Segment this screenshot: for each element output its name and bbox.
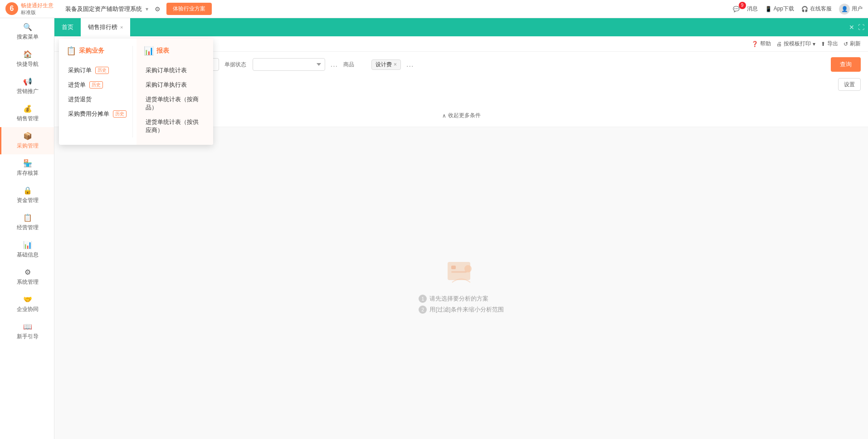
refresh-btn[interactable]: ↺ 刷新 (844, 40, 861, 48)
sidebar-item-capital[interactable]: 🔒 资金管理 (0, 182, 54, 209)
history-badge: 历史 (95, 67, 109, 74)
menu-col-business: 📋 采购业务 采购订单历史进货单历史进货退货采购费用分摊单历史 (66, 46, 129, 138)
report-label: 进货单统计表（按商品） (146, 95, 205, 112)
operations-icon: 📋 (23, 213, 32, 222)
online-service-action[interactable]: 🎧 在线客服 (801, 5, 832, 13)
sidebar-item-inventory[interactable]: 🏪 库存核算 (0, 154, 54, 182)
user-label: 用户 (852, 5, 863, 13)
refresh-label: 刷新 (850, 40, 861, 48)
logo-text: 畅捷通好生意 标准版 (21, 2, 54, 16)
user-action[interactable]: 👤 用户 (839, 4, 863, 15)
basic-icon: 📊 (23, 241, 32, 249)
empty-icon (443, 253, 479, 289)
logo-icon: 6 (5, 2, 18, 15)
report-item-采购订单执行表[interactable]: 采购订单执行表 (144, 78, 206, 92)
marketing-icon: 📢 (23, 77, 32, 86)
voucher-status-more[interactable]: ... (331, 60, 338, 69)
sidebar-item-purchase[interactable]: 📦 采购管理 (0, 127, 54, 154)
reports-icon: 📊 (144, 46, 154, 56)
report-item-进货单统计表（按商品）[interactable]: 进货单统计表（按商品） (144, 92, 206, 115)
tab-close-icon[interactable]: × (120, 25, 123, 30)
business-title-text: 采购业务 (79, 47, 104, 55)
app-download-label: App下载 (774, 5, 794, 13)
sidebar-item-basic[interactable]: 📊 基础信息 (0, 236, 54, 263)
sales-icon: 💰 (23, 104, 32, 113)
voucher-status-label: 单据状态 (224, 61, 247, 69)
help-btn[interactable]: ❓ 帮助 (751, 40, 771, 48)
purchase-label: 采购管理 (17, 142, 39, 150)
sidebar-item-system[interactable]: ⚙ 系统管理 (0, 263, 54, 291)
tab-resize-btn[interactable]: ⛶ (858, 24, 864, 31)
sidebar-item-search[interactable]: 🔍 搜索菜单 (0, 18, 54, 45)
logo-area: 6 畅捷通好生意 标准版 (5, 2, 60, 16)
tab-close-btn[interactable]: ✕ (849, 24, 854, 31)
biz-item-采购订单[interactable]: 采购订单历史 (66, 63, 129, 78)
tip-1-text: 请先选择要分析的方案 (429, 295, 488, 303)
header-center: 装备及固定资产辅助管理系统 ▾ ⚙ 体验行业方案 (60, 3, 733, 15)
report-label: 采购订单统计表 (146, 66, 187, 74)
empty-tip-1: 1 请先选择要分析的方案 (419, 295, 503, 303)
nav-label: 快捷导航 (17, 60, 39, 68)
report-item-进货单统计表（按供应商）[interactable]: 进货单统计表（按供应商） (144, 115, 206, 138)
business-col-title: 📋 采购业务 (66, 46, 129, 58)
report-item-采购订单统计表[interactable]: 采购订单统计表 (144, 63, 206, 78)
purchase-icon: 📦 (23, 132, 32, 140)
product-tag-close[interactable]: × (394, 61, 397, 68)
tab-sales-rank[interactable]: 销售排行榜 × (81, 18, 130, 36)
print-dropdown[interactable]: ▾ (813, 41, 815, 47)
tab-window-controls: ✕ ⛶ (849, 24, 868, 31)
system-label: 系统管理 (17, 278, 39, 286)
tip-2-text: 用[过滤]条件来缩小分析范围 (429, 306, 503, 314)
sidebar-item-marketing[interactable]: 📢 营销推广 (0, 73, 54, 100)
product-tag-value: 设计费 (375, 61, 392, 69)
sidebar-item-nav[interactable]: 🏠 快捷导航 (0, 45, 54, 73)
export-btn[interactable]: ⬆ 导出 (821, 40, 838, 48)
sys-dropdown-arrow[interactable]: ▾ (146, 6, 148, 12)
settings-filter-btn[interactable]: 设置 (838, 78, 861, 91)
report-items: 采购订单统计表采购订单执行表进货单统计表（按商品）进货单统计表（按供应商） (144, 63, 206, 138)
sys-settings-icon[interactable]: ⚙ (152, 4, 163, 15)
sidebar: 🔍 搜索菜单 🏠 快捷导航 📢 营销推广 💰 销售管理 📦 采购管理 🏪 库存核… (0, 18, 54, 439)
export-icon: ⬆ (821, 41, 825, 47)
biz-label: 采购费用分摊单 (68, 110, 109, 118)
biz-item-进货退货[interactable]: 进货退货 (66, 92, 129, 107)
product-label: 商品 (343, 61, 366, 69)
tab-home[interactable]: 首页 (54, 18, 81, 36)
industry-btn[interactable]: 体验行业方案 (166, 3, 212, 15)
sidebar-item-guide[interactable]: 📖 新手引导 (0, 318, 54, 345)
report-label: 采购订单执行表 (146, 81, 187, 89)
print-icon: 🖨 (776, 41, 782, 47)
sidebar-item-enterprise[interactable]: 🤝 企业协同 (0, 291, 54, 318)
messages-action[interactable]: 💬 9 消息 (733, 5, 758, 13)
biz-item-采购费用分摊单[interactable]: 采购费用分摊单历史 (66, 107, 129, 121)
empty-tip-2: 2 用[过滤]条件来缩小分析范围 (419, 306, 503, 314)
inventory-icon: 🏪 (23, 159, 32, 168)
print-btn[interactable]: 🖨 按模板打印 ▾ (776, 40, 815, 48)
business-items: 采购订单历史进货单历史进货退货采购费用分摊单历史 (66, 63, 129, 121)
biz-label: 进货退货 (68, 95, 92, 104)
history-badge: 历史 (113, 110, 127, 118)
reports-col-title: 📊 报表 (144, 46, 206, 58)
help-label: 帮助 (760, 40, 771, 48)
tip-num-1: 1 (419, 295, 427, 303)
business-icon: 📋 (66, 46, 76, 56)
query-btn[interactable]: 查询 (831, 57, 861, 72)
sidebar-item-sales[interactable]: 💰 销售管理 (0, 100, 54, 127)
header-right: 💬 9 消息 📱 App下载 🎧 在线客服 👤 用户 (733, 4, 863, 15)
collapse-text: 收起更多条件 (448, 112, 481, 119)
print-label: 按模板打印 (784, 40, 811, 48)
help-icon: ❓ (751, 41, 758, 47)
sales-label: 销售管理 (17, 115, 39, 123)
system-icon: ⚙ (24, 268, 31, 276)
product-more[interactable]: ... (406, 60, 414, 69)
headset-icon: 🎧 (801, 6, 808, 12)
marketing-label: 营销推广 (17, 88, 39, 95)
capital-label: 资金管理 (17, 197, 39, 204)
app-download-action[interactable]: 📱 App下载 (765, 5, 794, 13)
empty-tips: 1 请先选择要分析的方案 2 用[过滤]条件来缩小分析范围 (419, 295, 503, 314)
voucher-status-select[interactable] (253, 58, 325, 71)
empty-state: 1 请先选择要分析的方案 2 用[过滤]条件来缩小分析范围 (54, 127, 868, 439)
sidebar-item-operations[interactable]: 📋 经营管理 (0, 209, 54, 236)
biz-item-进货单[interactable]: 进货单历史 (66, 78, 129, 92)
enterprise-label: 企业协同 (17, 306, 39, 313)
